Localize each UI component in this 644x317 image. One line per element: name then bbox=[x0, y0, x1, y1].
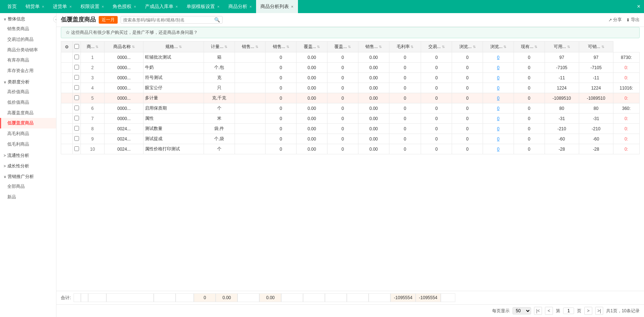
row-browse1[interactable]: 0 bbox=[483, 103, 514, 114]
search-input[interactable] bbox=[123, 17, 214, 23]
sidebar-item-inventory-capital[interactable]: 库存资金占用 bbox=[0, 66, 56, 76]
code-header[interactable]: 商... bbox=[80, 41, 105, 52]
row-checkbox-cell[interactable] bbox=[72, 63, 80, 73]
sidebar-item-category-rate[interactable]: 商品分类动销率 bbox=[0, 45, 56, 55]
nav-product-analysis-list[interactable]: 商品分析列表 × bbox=[256, 0, 298, 13]
sidebar-item-high-margin[interactable]: 高毛利商品 bbox=[0, 128, 56, 139]
row-checkbox[interactable] bbox=[74, 136, 79, 141]
row-browse1[interactable]: 0 bbox=[483, 83, 514, 93]
sidebar-section-marketing[interactable]: ∨ 营销推广分析 bbox=[0, 171, 56, 181]
row-browse1[interactable]: 0 bbox=[483, 134, 514, 144]
row-browse1[interactable]: 0 bbox=[483, 114, 514, 124]
settings-header[interactable]: ⚙ bbox=[61, 41, 73, 52]
row-browse1[interactable]: 0 bbox=[483, 124, 514, 134]
close-all-button[interactable]: × bbox=[637, 3, 640, 10]
sidebar-section-liquidity[interactable]: > 流通性分析 bbox=[0, 150, 56, 160]
close-icon[interactable]: × bbox=[134, 4, 136, 9]
sidebar-section-cluster[interactable]: ∨ 类群度分析 bbox=[0, 76, 56, 87]
row-checkbox-cell[interactable] bbox=[72, 103, 80, 114]
row-checkbox-cell[interactable] bbox=[72, 83, 80, 93]
sidebar-item-traded-goods[interactable]: 交易过的商品 bbox=[0, 34, 56, 45]
nav-purchase-order[interactable]: 进货单 × bbox=[48, 0, 76, 13]
row-checkbox-cell[interactable] bbox=[72, 114, 80, 124]
time-filter-button[interactable]: 近一月 bbox=[99, 16, 118, 24]
row-spec: 袋,件 bbox=[204, 124, 235, 134]
share-button[interactable]: ↗ 分享 bbox=[608, 17, 622, 23]
row-browse1[interactable]: 0 bbox=[483, 144, 514, 154]
spec-header[interactable]: 规格... bbox=[144, 41, 204, 52]
available-header[interactable]: 可用... bbox=[545, 41, 579, 52]
nav-home[interactable]: 首页 bbox=[3, 0, 21, 13]
close-icon[interactable]: × bbox=[291, 4, 293, 9]
row-cover2: 0.00 bbox=[358, 103, 389, 114]
sellable-header[interactable]: 可销... bbox=[579, 41, 613, 52]
sidebar-section-growth[interactable]: > 成长性分析 bbox=[0, 160, 56, 171]
sidebar-item-low-margin[interactable]: 低毛利商品 bbox=[0, 139, 56, 150]
sales3-header[interactable]: 销售... bbox=[358, 41, 389, 52]
sidebar-item-high-coverage[interactable]: 高覆盖度商品 bbox=[0, 108, 56, 118]
select-all-checkbox[interactable] bbox=[74, 44, 79, 49]
last-page-button[interactable]: >| bbox=[595, 307, 603, 315]
sidebar-item-stocked-goods[interactable]: 有库存商品 bbox=[0, 55, 56, 66]
row-checkbox[interactable] bbox=[74, 126, 79, 131]
row-checkbox-cell[interactable] bbox=[72, 134, 80, 144]
cover1-header[interactable]: 覆盖... bbox=[297, 41, 327, 52]
unit-header[interactable]: 计量... bbox=[204, 41, 235, 52]
close-icon[interactable]: × bbox=[217, 4, 219, 9]
per-page-select[interactable]: 50 100 bbox=[513, 307, 531, 314]
row-checkbox-cell[interactable] bbox=[72, 124, 80, 134]
sidebar-item-low-coverage[interactable]: 低覆盖度商品 bbox=[0, 118, 56, 128]
nav-role[interactable]: 角色授权 × bbox=[108, 0, 140, 13]
row-spec: 只 bbox=[204, 83, 235, 93]
close-icon[interactable]: × bbox=[69, 4, 71, 9]
row-checkbox[interactable] bbox=[74, 55, 79, 59]
row-checkbox[interactable] bbox=[74, 85, 79, 90]
row-checkbox-cell[interactable] bbox=[72, 93, 80, 103]
page-number-input[interactable] bbox=[563, 308, 574, 314]
row-checkbox[interactable] bbox=[74, 116, 79, 120]
search-icon[interactable]: 🔍 bbox=[214, 17, 220, 23]
settings-icon[interactable]: ⚙ bbox=[65, 44, 69, 49]
sidebar-item-new-goods[interactable]: 新品 bbox=[0, 192, 56, 202]
margin-header[interactable]: 毛利率 bbox=[389, 41, 421, 52]
cover2-header[interactable]: 覆盖... bbox=[327, 41, 358, 52]
next-page-button[interactable]: > bbox=[584, 307, 592, 315]
close-icon[interactable]: × bbox=[42, 4, 44, 9]
sidebar-section-overview[interactable]: ∨ 整体信息 bbox=[0, 13, 56, 24]
current-header[interactable]: 现有... bbox=[514, 41, 545, 52]
sales1-header[interactable]: 销售... bbox=[235, 41, 266, 52]
browse1-header[interactable]: 浏览... bbox=[452, 41, 483, 52]
prev-page-button[interactable]: < bbox=[545, 307, 553, 315]
row-checkbox[interactable] bbox=[74, 95, 79, 100]
row-checkbox-cell[interactable] bbox=[72, 144, 80, 154]
row-browse1[interactable]: 0 bbox=[483, 73, 514, 83]
browse2-header[interactable]: 浏览... bbox=[483, 41, 514, 52]
checkbox-header[interactable] bbox=[72, 41, 80, 52]
row-checkbox-cell[interactable] bbox=[72, 73, 80, 83]
row-browse1[interactable]: 0 bbox=[483, 93, 514, 103]
row-checkbox-cell[interactable] bbox=[72, 52, 80, 63]
sidebar-item-low-value[interactable]: 低价值商品 bbox=[0, 97, 56, 108]
nav-warehouse[interactable]: 产成品入库单 × bbox=[141, 0, 182, 13]
close-icon[interactable]: × bbox=[102, 4, 104, 9]
nav-template[interactable]: 单据模板设置 × bbox=[182, 0, 224, 13]
close-icon[interactable]: × bbox=[176, 4, 178, 9]
sidebar-item-all-goods[interactable]: 全部商品 bbox=[0, 181, 56, 192]
trans-header[interactable]: 交易... bbox=[421, 41, 452, 52]
sidebar-item-high-value[interactable]: 高价值商品 bbox=[0, 87, 56, 97]
sidebar-item-sales-goods[interactable]: 销售类商品 bbox=[0, 24, 56, 34]
row-browse1[interactable]: 0 bbox=[483, 63, 514, 73]
sales2-header[interactable]: 销售... bbox=[266, 41, 297, 52]
nav-product-analysis[interactable]: 商品分析 × bbox=[224, 0, 256, 13]
name-header[interactable]: 商品名称 bbox=[105, 41, 144, 52]
row-checkbox[interactable] bbox=[74, 65, 79, 70]
close-icon[interactable]: × bbox=[250, 4, 252, 9]
nav-sales-order[interactable]: 销货单 × bbox=[21, 0, 48, 13]
row-checkbox[interactable] bbox=[74, 106, 79, 110]
export-button[interactable]: ⬇ 导出 bbox=[626, 17, 640, 23]
row-checkbox[interactable] bbox=[74, 146, 79, 151]
nav-permission[interactable]: 权限设置 × bbox=[76, 0, 108, 13]
first-page-button[interactable]: |< bbox=[534, 307, 542, 315]
row-browse1[interactable]: 0 bbox=[483, 52, 514, 63]
row-checkbox[interactable] bbox=[74, 75, 79, 80]
